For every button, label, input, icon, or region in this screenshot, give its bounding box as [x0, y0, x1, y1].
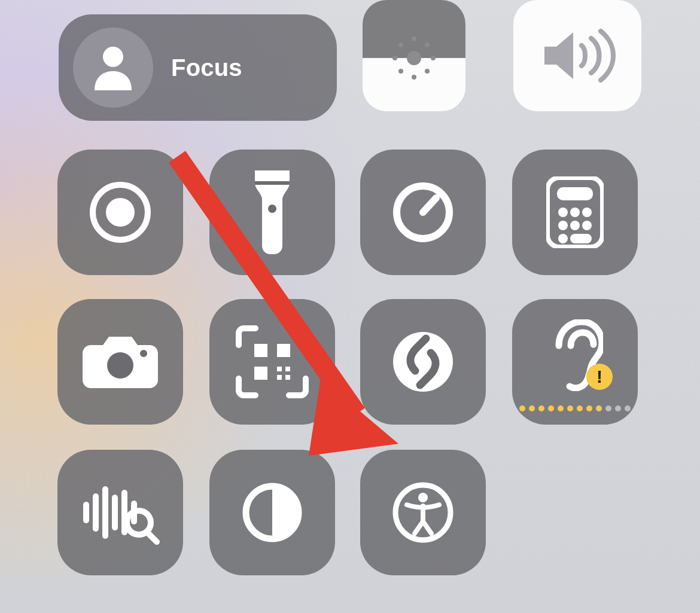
focus-avatar-circle — [73, 28, 153, 108]
flashlight-icon — [250, 170, 294, 254]
svg-rect-30 — [254, 367, 267, 380]
svg-rect-29 — [277, 344, 290, 357]
svg-point-7 — [425, 42, 430, 47]
svg-point-6 — [398, 42, 403, 47]
flashlight-button[interactable] — [209, 150, 335, 275]
svg-point-4 — [392, 56, 397, 60]
svg-point-0 — [103, 47, 123, 67]
svg-rect-32 — [285, 367, 290, 371]
qr-scan-button[interactable] — [209, 299, 335, 425]
person-icon — [92, 45, 134, 90]
svg-point-11 — [106, 198, 135, 227]
svg-rect-33 — [277, 375, 282, 380]
hearing-button[interactable]: ! — [512, 299, 638, 425]
svg-point-2 — [412, 36, 416, 41]
camera-button[interactable] — [57, 299, 183, 425]
camera-icon — [83, 333, 158, 391]
alert-badge-icon: ! — [586, 364, 613, 390]
svg-point-18 — [558, 208, 568, 217]
hearing-level-dots — [519, 405, 631, 411]
brightness-slider[interactable] — [363, 0, 465, 111]
timer-button[interactable] — [360, 150, 486, 275]
calculator-icon — [546, 176, 604, 248]
svg-point-5 — [431, 56, 436, 60]
svg-point-19 — [570, 208, 580, 217]
svg-point-46 — [418, 493, 428, 502]
qr-scan-icon — [235, 325, 309, 399]
accessibility-icon — [391, 481, 455, 544]
svg-point-8 — [398, 69, 403, 74]
calculator-button[interactable] — [512, 150, 638, 275]
svg-point-23 — [582, 221, 592, 230]
shazam-icon — [390, 329, 456, 395]
shazam-button[interactable] — [360, 299, 486, 425]
svg-point-24 — [558, 234, 568, 243]
speaker-icon — [538, 23, 616, 89]
svg-line-15 — [423, 198, 436, 212]
svg-rect-31 — [277, 367, 282, 371]
sun-icon — [386, 31, 442, 86]
svg-line-43 — [147, 532, 157, 542]
dark-mode-button[interactable] — [209, 450, 335, 575]
svg-point-1 — [407, 51, 421, 65]
accessibility-button[interactable] — [360, 450, 486, 575]
screen-record-button[interactable] — [57, 150, 183, 275]
svg-point-27 — [140, 350, 147, 357]
svg-rect-12 — [255, 181, 290, 185]
sound-recognition-icon — [80, 480, 160, 545]
svg-point-21 — [558, 221, 568, 230]
svg-point-26 — [107, 352, 133, 379]
sound-recognition-button[interactable] — [57, 450, 183, 575]
svg-rect-34 — [285, 375, 290, 380]
volume-slider[interactable] — [513, 0, 641, 111]
timer-icon — [391, 180, 455, 245]
screen-record-icon — [88, 180, 153, 245]
focus-button[interactable]: Focus — [59, 14, 337, 121]
dark-mode-icon — [241, 481, 303, 544]
svg-rect-25 — [570, 234, 592, 243]
svg-rect-17 — [557, 187, 593, 200]
svg-point-22 — [570, 221, 580, 230]
svg-point-13 — [268, 205, 276, 213]
svg-point-9 — [425, 69, 430, 74]
svg-point-3 — [412, 75, 416, 80]
svg-point-20 — [582, 208, 592, 217]
focus-label: Focus — [171, 54, 242, 81]
svg-rect-28 — [254, 344, 267, 357]
